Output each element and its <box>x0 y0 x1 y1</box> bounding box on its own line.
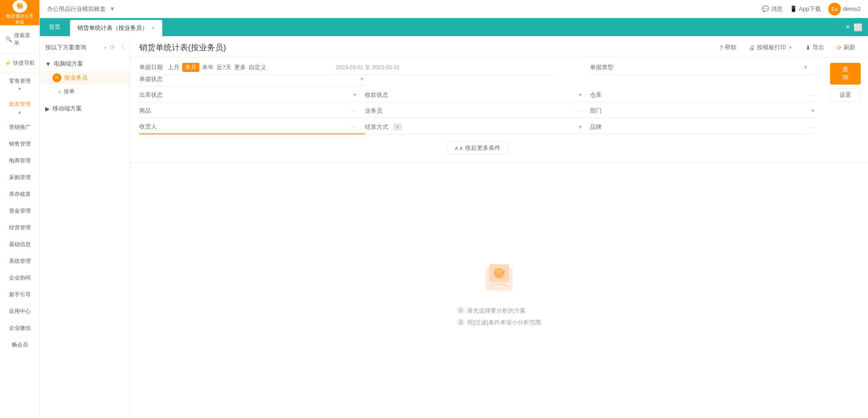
scheme-by-salesperson[interactable]: ⟳ 按业务员 <box>40 71 130 85</box>
doc-status-cell: 单据状态 ▼ <box>139 75 365 86</box>
payment-status-cell: 收款状态 ▼ <box>365 91 590 102</box>
empty-hint-1: 1 请先选择要分析的方案 <box>457 307 541 315</box>
filter-main: 单据日期 上月 本月 本年 近7天 更多 自定义 <box>130 57 823 162</box>
sidebar-item-finance[interactable]: 资金管理 <box>0 203 39 219</box>
collapse-row: ∧∧ 收起更多条件 <box>139 139 816 157</box>
empty-state: 1 请先选择要分析的方案 2 用[过滤]条件来缩小分析范围 <box>457 254 541 327</box>
out-status-input[interactable]: ▼ <box>168 92 358 98</box>
date-tab-last-month[interactable]: 上月 <box>168 63 179 71</box>
sidebar-item-newbie[interactable]: 新手引导 <box>0 286 39 303</box>
out-status-cell: 出库状态 ▼ <box>139 91 365 102</box>
department-input[interactable]: ▼ <box>618 108 816 114</box>
query-btn[interactable]: 查询 <box>830 63 861 85</box>
hint-num-2: 2 <box>457 318 464 326</box>
refresh-scheme-btn[interactable]: ⟳ <box>110 44 115 51</box>
date-tab-custom[interactable]: 自定义 <box>249 63 266 71</box>
mobile-scheme[interactable]: ▶ 移动端方案 <box>40 102 130 115</box>
doc-type-cell: 单据类型 ▼ <box>590 63 816 75</box>
tab-home[interactable]: 首页 <box>40 18 70 36</box>
help-btn[interactable]: ? 帮助 <box>716 42 740 53</box>
sidebar-item-marketing[interactable]: 营销推广 <box>0 119 39 136</box>
goods-input[interactable]: ··· <box>168 107 358 114</box>
doc-status-input[interactable]: ▼ <box>168 76 365 82</box>
mobile-arrow-icon: ▶ <box>45 105 50 112</box>
scheme-doc-label: 按单 <box>64 88 75 95</box>
brand-dots: ··· <box>807 124 816 131</box>
department-label: 部门 <box>590 107 615 115</box>
scheme-by-doc[interactable]: ≡ 按单 <box>40 85 130 98</box>
salesperson-input[interactable]: ··· <box>393 107 583 114</box>
svg-point-3 <box>490 288 508 291</box>
export-label: 导出 <box>812 43 824 52</box>
date-range-display: 2023-03-01 至 2023-03-31 <box>329 63 554 75</box>
hint-text-1: 请先选择要分析的方案 <box>467 307 526 315</box>
filter-section: 单据日期 上月 本月 本年 近7天 更多 自定义 <box>130 57 868 163</box>
dropdown-icon[interactable]: ▼ <box>109 5 115 12</box>
refresh-btn[interactable]: ⟳ 刷新 <box>833 42 859 53</box>
salesperson-label: 业务员 <box>365 107 390 115</box>
date-tab-7days[interactable]: 近7天 <box>217 63 231 71</box>
settings-btn[interactable]: 设置 <box>830 88 861 102</box>
sidebar-item-enterprise[interactable]: 企业协同 <box>0 270 39 286</box>
tabbar: 首页 销货单统计表（按业务员） × × ⬜ <box>40 18 868 36</box>
payment-status-input[interactable]: ▼ <box>393 92 583 98</box>
brand-input[interactable]: ··· <box>618 124 816 131</box>
sidebar-item-inventory[interactable]: 库存核算 <box>0 186 39 203</box>
payment-method-input[interactable]: × ▼ <box>393 124 583 131</box>
maximize-btn[interactable]: ⬜ <box>854 23 863 32</box>
date-range-text: 2023-03-01 至 2023-03-31 <box>336 64 400 71</box>
date-tab-this-year[interactable]: 本年 <box>202 63 214 71</box>
member-label: 畅会员 <box>12 341 28 349</box>
doc-type-input[interactable]: ▼ <box>618 64 808 71</box>
search-menu[interactable]: 🔍 搜索菜单 <box>0 25 39 54</box>
date-tab-more[interactable]: 更多 <box>234 63 246 71</box>
goods-cell: 商品 ··· <box>139 107 365 118</box>
sidebar-item-wechat[interactable]: 企业微信 <box>0 320 39 337</box>
sidebar-item-wholesale[interactable]: 批发管理 ▲ <box>0 96 39 119</box>
date-tab-this-month[interactable]: 本月 <box>182 63 199 72</box>
system-label: 系统管理 <box>9 257 31 265</box>
desktop-scheme[interactable]: ▼ 电脑端方案 <box>40 57 130 71</box>
apps-label: 应用中心 <box>9 308 31 315</box>
receiver-dots: ··· <box>349 123 358 130</box>
app-download-btn[interactable]: 📱 App下载 <box>790 5 821 13</box>
avatar: Ea <box>828 3 841 15</box>
payment-method-clear[interactable]: × <box>396 124 399 130</box>
collapse-label: 收起更多条件 <box>465 144 500 152</box>
sidebar-item-member[interactable]: 畅会员 <box>0 337 39 353</box>
sidebar-item-sales[interactable]: 销售管理 <box>0 136 39 152</box>
close-window-btn[interactable]: × <box>846 23 850 31</box>
finance-label: 资金管理 <box>9 207 31 215</box>
search-menu-label: 搜索菜单 <box>14 32 34 47</box>
logo[interactable]: 畅 畅捷通好生意 标版 <box>0 0 39 25</box>
sidebar-item-retail[interactable]: 零售管理 ▼ <box>0 73 39 96</box>
sidebar-item-system[interactable]: 系统管理 <box>0 253 39 270</box>
right-panel: 销货单统计表(按业务员) ? 帮助 🖨 按模板打印 ▼ ⬇ 导出 <box>130 36 868 418</box>
export-btn[interactable]: ⬇ 导出 <box>802 42 828 53</box>
sidebar-item-operations[interactable]: 经营管理 <box>0 219 39 236</box>
print-dropdown-icon: ▼ <box>788 45 793 50</box>
quick-nav[interactable]: ⚡ 快捷导航 <box>0 54 39 73</box>
sidebar-item-basic[interactable]: 基础信息 <box>0 236 39 253</box>
collapse-panel-btn[interactable]: 《 <box>118 43 124 52</box>
add-scheme-btn[interactable]: + <box>104 44 107 51</box>
tab-report[interactable]: 销货单统计表（按业务员） × <box>70 20 162 36</box>
sidebar-item-apps[interactable]: 应用中心 <box>0 303 39 320</box>
quick-nav-icon: ⚡ <box>5 60 11 66</box>
main-area: 办公用品行业模拟账套 ▼ 💬 消息 📱 App下载 Ea demo2 首页 销货… <box>40 0 868 418</box>
collapse-btn[interactable]: ∧∧ 收起更多条件 <box>447 142 508 154</box>
print-btn[interactable]: 🖨 按模板打印 ▼ <box>745 42 797 53</box>
user-profile[interactable]: Ea demo2 <box>828 3 861 15</box>
close-tab-btn[interactable]: × <box>151 25 155 31</box>
scheme-doc-icon: ≡ <box>58 89 61 95</box>
basic-label: 基础信息 <box>9 241 31 248</box>
hint-num-1: 1 <box>457 307 464 314</box>
doc-status-caret: ▼ <box>359 76 365 82</box>
sidebar-item-purchase[interactable]: 采购管理 <box>0 169 39 186</box>
wholesale-arrow: ▲ <box>18 109 22 114</box>
warehouse-input[interactable]: ··· <box>618 91 816 99</box>
messages-btn[interactable]: 💬 消息 <box>762 5 783 13</box>
sidebar-item-ecommerce[interactable]: 电商管理 <box>0 152 39 169</box>
receiver-input[interactable]: ··· <box>168 123 358 130</box>
topbar: 办公用品行业模拟账套 ▼ 💬 消息 📱 App下载 Ea demo2 <box>40 0 868 18</box>
